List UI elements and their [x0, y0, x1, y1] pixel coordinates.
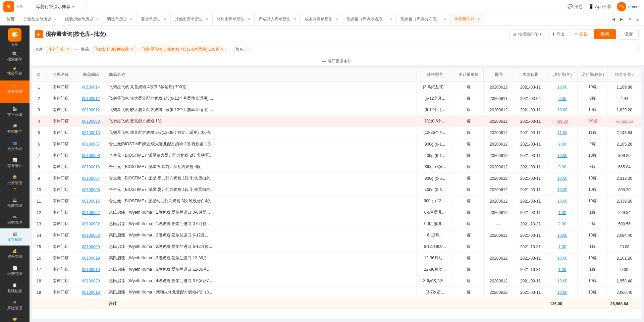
tab-3[interactable]: 要货单历史 ✕ — [137, 13, 171, 25]
cell-name[interactable]: 惠氏启臻（Wyeth illuma）3段奶粉 爱尔兰进口 12-36月... — [106, 264, 417, 275]
expand-more-conditions-btn[interactable]: ▾▾ 展开更多条件 — [322, 58, 352, 64]
sidebar-item-member[interactable]: 👥 会员中心 — [0, 138, 30, 155]
quick-nav-btn[interactable]: ⚡ 快捷导航 — [7, 64, 22, 78]
sidebar-item-retail-mall[interactable]: 🏪 零售商城 — [0, 103, 30, 120]
cell-stock-main[interactable]: -39.00 — [547, 116, 578, 127]
cell-code[interactable]: 00100012 — [76, 93, 106, 104]
tab-prev-btn[interactable]: ◀ — [610, 16, 617, 23]
cell-name[interactable]: 飞鹤星飞帆 幼儿配方奶粉 3段(12-36个月幼儿适用) 700克 — [106, 127, 417, 139]
tab-4[interactable]: 其他出库单历史 ✕ — [171, 13, 213, 25]
refresh-btn[interactable]: ↺ 刷新 — [571, 30, 591, 39]
cell-stock-main[interactable]: 10.00 — [547, 275, 578, 287]
warehouse-filter-tag[interactable]: 南岸门店 ✕ — [46, 46, 72, 53]
tab-7-close[interactable]: ✕ — [335, 17, 338, 21]
table-row[interactable]: 12南岸门店00100002惠氏启臻（Wyeth illuma）1段奶粉 爱尔兰… — [32, 207, 641, 218]
tab-5[interactable]: 材料出库单历史 ✕ — [213, 13, 255, 25]
sidebar-item-retail-stat[interactable]: 📊 零售统计 — [0, 155, 30, 172]
tab-9[interactable]: 现存量（库存分布表） ✕ — [396, 13, 450, 25]
expand-sidebar-btn[interactable]: ▶ — [35, 30, 43, 38]
sidebar-item-system[interactable]: ⚙ 系统管理 — [0, 297, 30, 314]
tab-2[interactable]: 调拨单历史 ✕ — [103, 13, 137, 25]
tab-10[interactable]: 库存批次账 ✕ — [450, 13, 484, 25]
setting-btn[interactable]: 设置 — [619, 29, 639, 40]
cell-stock-main[interactable]: 1.00 — [547, 264, 578, 275]
table-row[interactable]: 11南岸门店00100015合生元（BIOSTIME）派星幼儿配方奶粉 3段 乳… — [32, 196, 641, 207]
cell-code[interactable]: 00100007 — [76, 139, 106, 150]
cell-stock-main[interactable]: 11.00 — [547, 127, 578, 139]
goods-tag-0-close[interactable]: ✕ — [130, 47, 133, 52]
tab-close-btn[interactable]: ✕ — [626, 16, 633, 23]
cell-stock-main[interactable]: 10.00 — [547, 230, 578, 241]
cell-stock-main[interactable]: 10.00 — [547, 196, 578, 207]
cell-code[interactable]: 00100009 — [76, 241, 106, 253]
cell-stock-main[interactable]: 10.00 — [547, 253, 578, 264]
cell-name[interactable]: 惠氏启臻（Wyeth illuma）2段奶粉 爱尔兰进口 6-12月较... — [106, 241, 417, 253]
table-row[interactable]: 15南岸门店00100009惠氏启臻（Wyeth illuma）2段奶粉 爱尔兰… — [32, 241, 641, 253]
table-row[interactable]: 13南岸门店00100002惠氏启臻（Wyeth illuma）1段奶粉 爱尔兰… — [32, 218, 641, 230]
user-area[interactable]: Ea demo2 — [617, 2, 641, 11]
cell-name[interactable]: 合生元（BIOSTIME）派星较大婴儿配方奶粉 2段 乳铁蛋... — [106, 150, 417, 161]
cell-name[interactable]: 合生元（BIOSTIME）派星幼儿配方奶粉 3段 乳铁蛋白4的... — [106, 196, 417, 207]
company-select[interactable]: 母婴行业演示账套 ▾ — [33, 2, 87, 11]
table-row[interactable]: 9南岸门店00100004合生元（BIOSTIME）派星 婴儿配方奶粉 1段 乳… — [32, 173, 641, 184]
cell-code[interactable]: 00100015 — [76, 196, 106, 207]
table-row[interactable]: 6南岸门店00100007合生元(BIOSTIME)派星较大婴儿配方奶粉 2段 … — [32, 139, 641, 150]
table-row[interactable]: 3南岸门店00100012飞鹤星飞帆 较大婴儿配方奶粉 2段(6-12个月婴幼儿… — [32, 104, 641, 116]
tab-0[interactable]: 分量盘点单历史 ✕ — [19, 13, 61, 25]
cell-name[interactable]: 合生元(BIOSTIME)派星较大婴儿配方奶粉 2段 乳铁蛋白的... — [106, 139, 417, 150]
sidebar-item-collab[interactable]: 🤝 企业协同 — [0, 314, 30, 322]
cell-name[interactable]: 惠氏启臻（Wyeth illuma）1段奶粉 爱尔兰进口 0-6月婴... — [106, 207, 417, 218]
goods-filter-tag-0[interactable]: 飞鹤奶粉3段两提装 ✕ — [92, 46, 137, 53]
cell-stock-main[interactable]: 1.00 — [547, 241, 578, 253]
cell-code[interactable]: 00100004 — [76, 173, 106, 184]
tab-1-close[interactable]: ✕ — [96, 17, 99, 21]
cell-code[interactable]: 00100016 — [76, 161, 106, 173]
query-btn[interactable]: 查询 — [594, 29, 616, 39]
cell-stock-main[interactable]: 10.00 — [547, 150, 578, 161]
table-row[interactable]: 8南岸门店00100016合生元（BIOSTIME）派星 学龄前儿童配方奶粉 4… — [32, 161, 641, 173]
cell-code[interactable]: 00100005 — [76, 184, 106, 196]
cell-name[interactable]: 惠氏启臻（Wyeth illuma）1段奶粉 爱尔兰进口 0-6月婴... — [106, 218, 417, 230]
tab-0-close[interactable]: ✕ — [54, 17, 57, 21]
cell-code[interactable]: 00100020 — [76, 275, 106, 287]
cell-stock-main[interactable]: 3.00 — [547, 161, 578, 173]
cell-name[interactable]: 惠氏启臻（Wyeth illuma）4段奶粉 爱尔兰进口 3-6岁及7... — [106, 275, 417, 287]
warehouse-tag-close[interactable]: ✕ — [66, 47, 69, 52]
cell-code[interactable]: 00100018 — [76, 287, 106, 298]
table-row[interactable]: 5南岸门店00100013飞鹤星飞帆 幼儿配方奶粉 3段(12-36个月幼儿适用… — [32, 127, 641, 139]
cell-code[interactable]: 00100019 — [76, 264, 106, 275]
cell-code[interactable]: 00100003 — [76, 116, 106, 127]
tab-next-btn[interactable]: ▶ — [618, 16, 625, 23]
tab-menu-btn[interactable]: ☰ — [634, 16, 641, 23]
sidebar-item-marketing[interactable]: 📢 营销推广 — [0, 120, 30, 138]
cell-code[interactable]: 00100012 — [76, 104, 106, 116]
cell-code[interactable]: 00100019 — [76, 253, 106, 264]
goods-filter-tag-1[interactable]: 飞鹤星飞帆 儿童奶粉 4段(3-6岁适用) 700克 ✕ — [139, 46, 227, 53]
tab-8-close[interactable]: ✕ — [389, 17, 392, 21]
search-menu-btn[interactable]: 🔍 搜索菜单 — [7, 49, 22, 64]
cell-name[interactable]: 合生元（BIOSTIME）派星 学龄前儿童配方奶粉 4段 — [106, 161, 417, 173]
warehouse-filter-more[interactable]: ··· — [75, 47, 78, 52]
cell-stock-main[interactable]: 10.00 — [547, 184, 578, 196]
sidebar-item-ecommerce[interactable]: 💻 电商管理 — [0, 195, 30, 212]
cell-stock-main[interactable]: 1.00 — [547, 207, 578, 218]
cell-name[interactable]: 惠氏启臻（Wyeth illuma）2段奶粉 爱尔兰进口 6-12月... — [106, 230, 417, 241]
table-row[interactable]: 4南岸门店00100003飞鹤星飞帆 婴儿配方奶粉 1段1段(0-6个...罐2… — [32, 116, 641, 127]
cell-stock-main[interactable]: 0.00 — [547, 93, 578, 104]
table-row[interactable]: 7南岸门店00100008合生元（BIOSTIME）派星较大婴儿配方奶粉 2段 … — [32, 150, 641, 161]
tab-9-close[interactable]: ✕ — [443, 17, 446, 21]
cell-stock-main[interactable]: 9.00 — [547, 139, 578, 150]
cell-stock-main[interactable]: 10.00 — [547, 287, 578, 298]
sidebar-item-purchase[interactable]: 🛍 采购管理 — [0, 212, 30, 228]
color-filter-input[interactable]: ▾ — [246, 45, 639, 54]
cell-stock-main[interactable]: 10.00 — [547, 173, 578, 184]
tab-7[interactable]: 成本调整单历史 ✕ — [301, 13, 342, 25]
cell-stock-main[interactable]: 2.00 — [547, 218, 578, 230]
cell-name[interactable]: 惠氏启臻（Wyeth illuma）亲和人体儿童配方奶粉4段（3... — [106, 287, 417, 298]
tab-8[interactable]: 现存量（库存状况表） ✕ — [342, 13, 396, 25]
table-row[interactable]: 10南岸门店00100005合生元（BIOSTIME）派星 婴儿配方奶粉 1段 … — [32, 184, 641, 196]
tab-6-close[interactable]: ✕ — [293, 17, 296, 21]
sidebar-item-retail-mgmt[interactable]: 🛒 零售管理 ◀ — [0, 80, 30, 103]
table-row[interactable]: 17南岸门店00100019惠氏启臻（Wyeth illuma）3段奶粉 爱尔兰… — [32, 264, 641, 275]
sidebar-item-inventory[interactable]: 🏭 库存核算 — [0, 228, 30, 246]
